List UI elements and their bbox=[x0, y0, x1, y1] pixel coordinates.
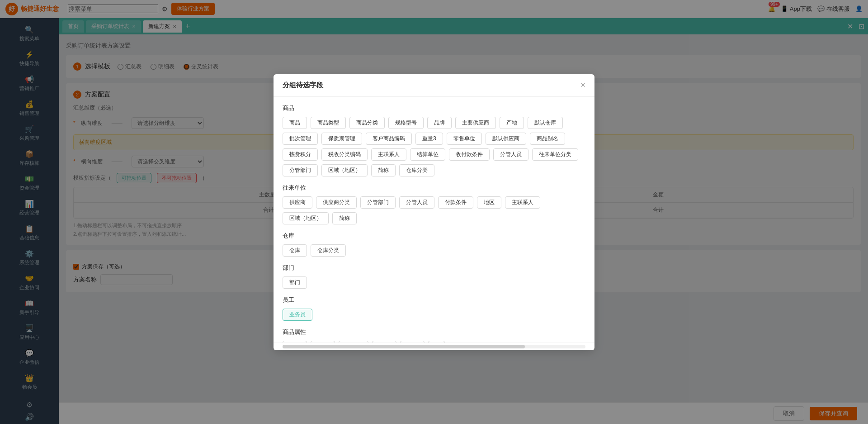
section-attributes-title: 商品属性 bbox=[283, 328, 585, 336]
tag-goods-alias[interactable]: 商品别名 bbox=[530, 133, 565, 145]
modal-overlay: 分组待选字段 × 商品 商品 商品类型 商品分类 规格型号 品牌 主要供应商 产… bbox=[0, 0, 868, 424]
section-department: 部门 部门 bbox=[283, 264, 585, 289]
tag-retail-unit[interactable]: 零售单位 bbox=[447, 133, 482, 145]
tag-pick-score[interactable]: 拣货积分 bbox=[283, 148, 318, 161]
warehouse-field-tags: 仓库 仓库分类 bbox=[283, 244, 585, 257]
goods-field-tags: 商品 商品类型 商品分类 规格型号 品牌 主要供应商 产地 默认仓库 批次管理 … bbox=[283, 117, 585, 176]
tag-goods-type[interactable]: 商品类型 bbox=[311, 117, 346, 129]
tag-supplier-category[interactable]: 供应商分类 bbox=[316, 196, 357, 209]
tag-abbreviation[interactable]: 简称 bbox=[371, 164, 396, 176]
tag-tax-code[interactable]: 税收分类编码 bbox=[321, 148, 368, 161]
section-warehouse: 仓库 仓库 仓库分类 bbox=[283, 232, 585, 257]
tag-partner-area[interactable]: 区域（地区） bbox=[283, 212, 329, 224]
tag-warehouse[interactable]: 仓库 bbox=[283, 244, 307, 257]
employee-field-tags: 业务员 bbox=[283, 309, 585, 321]
section-employee-title: 员工 bbox=[283, 296, 585, 304]
section-goods-title: 商品 bbox=[283, 104, 585, 112]
tag-partner-region[interactable]: 地区 bbox=[477, 196, 501, 209]
tag-customer-code[interactable]: 客户商品编码 bbox=[366, 133, 412, 145]
partner-field-tags: 供应商 供应商分类 分管部门 分管人员 付款条件 地区 主联系人 区域（地区） … bbox=[283, 196, 585, 224]
modal-close-icon[interactable]: × bbox=[580, 81, 585, 90]
modal-scrollbar bbox=[274, 343, 594, 350]
section-attributes: 商品属性 属性 颜色 多规格 尺码 鞋码 1 bbox=[283, 328, 585, 343]
section-partner: 往来单位 供应商 供应商分类 分管部门 分管人员 付款条件 地区 主联系人 区域… bbox=[283, 184, 585, 224]
tag-dept[interactable]: 分管部门 bbox=[283, 164, 318, 176]
tag-brand[interactable]: 品牌 bbox=[427, 117, 452, 129]
tag-shelf-life[interactable]: 保质期管理 bbox=[321, 133, 362, 145]
tag-department[interactable]: 部门 bbox=[283, 276, 307, 289]
tag-batch-mgmt[interactable]: 批次管理 bbox=[283, 133, 318, 145]
tag-main-supplier[interactable]: 主要供应商 bbox=[455, 117, 496, 129]
section-goods: 商品 商品 商品类型 商品分类 规格型号 品牌 主要供应商 产地 默认仓库 批次… bbox=[283, 104, 585, 176]
section-warehouse-title: 仓库 bbox=[283, 232, 585, 240]
section-department-title: 部门 bbox=[283, 264, 585, 272]
modal-title: 分组待选字段 bbox=[283, 81, 323, 90]
h-scrollbar-thumb[interactable] bbox=[283, 345, 525, 348]
tag-weight3[interactable]: 重量3 bbox=[415, 133, 443, 145]
tag-partner-category[interactable]: 往来单位分类 bbox=[532, 148, 578, 161]
section-employee: 员工 业务员 bbox=[283, 296, 585, 321]
tag-main-contact[interactable]: 主联系人 bbox=[371, 148, 406, 161]
tag-region-area[interactable]: 区域（地区） bbox=[321, 164, 368, 176]
tag-origin[interactable]: 产地 bbox=[500, 117, 524, 129]
tag-goods[interactable]: 商品 bbox=[283, 117, 307, 129]
tag-partner-payment[interactable]: 付款条件 bbox=[438, 196, 473, 209]
tag-partner-abbr[interactable]: 简称 bbox=[332, 212, 357, 224]
tag-partner-manager[interactable]: 分管人员 bbox=[399, 196, 434, 209]
tag-default-supplier[interactable]: 默认供应商 bbox=[486, 133, 526, 145]
section-partner-title: 往来单位 bbox=[283, 184, 585, 192]
tag-warehouse-cat[interactable]: 仓库分类 bbox=[311, 244, 346, 257]
department-field-tags: 部门 bbox=[283, 276, 585, 289]
tag-partner-dept[interactable]: 分管部门 bbox=[360, 196, 396, 209]
tag-goods-category[interactable]: 商品分类 bbox=[349, 117, 385, 129]
tag-payment-terms[interactable]: 收付款条件 bbox=[449, 148, 490, 161]
tag-supplier[interactable]: 供应商 bbox=[283, 196, 312, 209]
tag-manager[interactable]: 分管人员 bbox=[493, 148, 528, 161]
modal: 分组待选字段 × 商品 商品 商品类型 商品分类 规格型号 品牌 主要供应商 产… bbox=[274, 74, 594, 350]
tag-warehouse-category[interactable]: 仓库分类 bbox=[399, 164, 434, 176]
tag-partner-contact[interactable]: 主联系人 bbox=[505, 196, 540, 209]
tag-default-warehouse[interactable]: 默认仓库 bbox=[528, 117, 563, 129]
modal-body: 商品 商品 商品类型 商品分类 规格型号 品牌 主要供应商 产地 默认仓库 批次… bbox=[274, 97, 594, 343]
tag-spec-model[interactable]: 规格型号 bbox=[388, 117, 424, 129]
modal-header: 分组待选字段 × bbox=[274, 74, 594, 97]
tag-salesperson[interactable]: 业务员 bbox=[283, 309, 312, 321]
tag-settlement-unit[interactable]: 结算单位 bbox=[410, 148, 445, 161]
h-scrollbar-track[interactable] bbox=[283, 345, 585, 348]
